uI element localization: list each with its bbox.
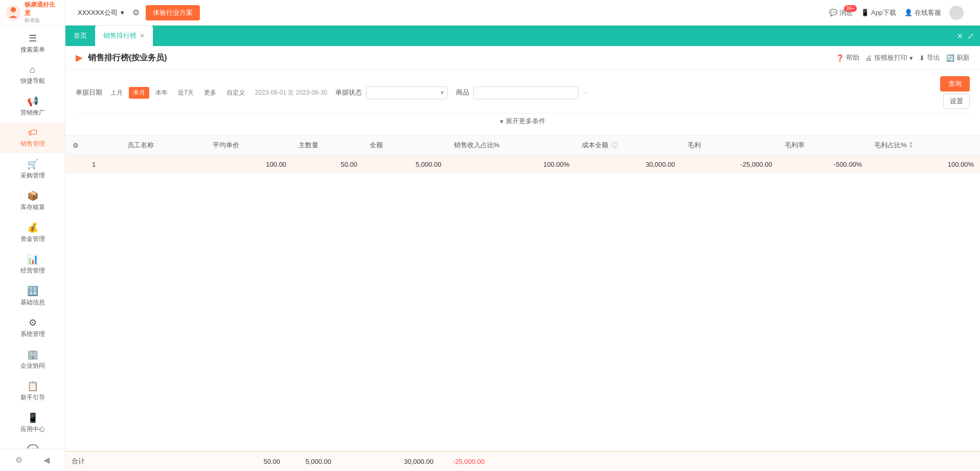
row-amount: 5,000.00 [363, 155, 448, 174]
window-max-icon[interactable]: ⤢ [967, 31, 974, 41]
message-icon: 💬 [829, 9, 837, 16]
sidebar-settings-icon[interactable]: ⚙ [15, 455, 22, 465]
sidebar-item-wechat[interactable]: 💬 企业微信 [0, 439, 65, 448]
sidebar-footer: ⚙ ◀ [0, 448, 65, 471]
col-cost: 成本全额 ⓘ [576, 136, 681, 155]
sidebar-item-quick-nav[interactable]: ⌂ 快捷导航 [0, 59, 65, 91]
goods-input[interactable] [473, 86, 579, 99]
sidebar-label-marketing: 营销推广 [20, 108, 45, 117]
filter-ellipsis: ··· [583, 89, 588, 96]
enterprise-icon: 🏢 [27, 349, 38, 360]
sidebar-label-guide: 新手引导 [20, 393, 45, 402]
status-select-wrapper [366, 86, 448, 99]
sidebar-item-apps[interactable]: 📱 应用中心 [0, 407, 65, 439]
status-select[interactable] [366, 86, 448, 99]
company-settings-icon[interactable]: ⚙ [132, 8, 140, 17]
row-profit-pct: 100.00% [868, 155, 980, 174]
sidebar-item-guide[interactable]: 📋 新手引导 [0, 375, 65, 407]
tab-close-icon[interactable]: ✕ [140, 32, 145, 39]
page-header: ▶ 销售排行榜(按业务员) ❓ 帮助 🖨 按模板打印 ▾ ⬇ 导出 [65, 46, 980, 70]
data-table-section: ⚙ 员工名称 平均单价 主数量 全额 销售收入占比% 成本全额 ⓘ 毛利 毛利率 [65, 136, 980, 451]
svg-point-1 [11, 7, 16, 12]
col-amount: 全额 [363, 136, 448, 155]
date-tab-7days[interactable]: 近7天 [174, 87, 198, 99]
row-employee [121, 155, 207, 174]
sidebar-item-purchase[interactable]: 🛒 采购管理 [0, 153, 65, 185]
sidebar-label-search: 搜索菜单 [20, 46, 45, 54]
wechat-icon: 💬 [27, 444, 38, 448]
window-close-icon[interactable]: ✕ [956, 31, 963, 41]
system-icon: ⚙ [29, 317, 37, 328]
sidebar-item-marketing[interactable]: 📢 营销推广 [0, 91, 65, 122]
refresh-button[interactable]: 🔄 刷新 [946, 53, 970, 62]
app-name: 畅康通好生意 [25, 1, 60, 17]
content-wrapper: ▶ 销售排行榜(按业务员) ❓ 帮助 🖨 按模板打印 ▾ ⬇ 导出 [65, 46, 980, 471]
sidebar-item-basic[interactable]: 🔢 基础信息 [0, 280, 65, 312]
sidebar-item-system[interactable]: ⚙ 系统管理 [0, 312, 65, 344]
filter-settings-button[interactable]: 设置 [943, 94, 970, 109]
sidebar-label-sales: 销售管理 [20, 140, 45, 148]
sidebar-item-sales[interactable]: 🏷 销售管理 [0, 122, 65, 153]
date-tab-this-month[interactable]: 本月 [129, 87, 149, 99]
footer-cost: 30,000.00 [389, 458, 440, 465]
date-filter-label: 单据日期 [76, 88, 102, 97]
company-name: XXXXXX公司 [78, 8, 118, 17]
query-button[interactable]: 查询 [940, 76, 970, 92]
tab-sales-ranking-label: 销售排行榜 [103, 31, 136, 40]
print-button[interactable]: 🖨 按模板打印 ▾ [865, 53, 913, 62]
export-button[interactable]: ⬇ 导出 [919, 53, 940, 62]
date-tab-more[interactable]: 更多 [200, 87, 220, 99]
sidebar-item-inventory[interactable]: 📦 库存核算 [0, 185, 65, 217]
table-header-row: ⚙ 员工名称 平均单价 主数量 全额 销售收入占比% 成本全额 ⓘ 毛利 毛利率 [65, 136, 980, 155]
sidebar-item-operation[interactable]: 📊 经营管理 [0, 249, 65, 280]
col-avg-price: 平均单价 [207, 136, 292, 155]
expand-more-conditions[interactable]: ▾ 展开更多条件 [76, 113, 970, 129]
row-main-qty: 50.00 [292, 155, 363, 174]
footer-amount: 5,000.00 [286, 458, 337, 465]
sidebar-item-search[interactable]: ☰ 搜索菜单 [0, 28, 65, 59]
sidebar-label-finance: 资金管理 [20, 235, 45, 243]
col-sales-pct: 销售收入占比% [448, 136, 576, 155]
sidebar-collapse-icon[interactable]: ◀ [43, 455, 50, 465]
sidebar-label-system: 系统管理 [20, 330, 45, 339]
help-button[interactable]: ❓ 帮助 [836, 53, 859, 62]
col-settings[interactable]: ⚙ [65, 136, 86, 155]
tab-home[interactable]: 首页 [65, 26, 95, 46]
row-profit-rate: -500.00% [779, 155, 869, 174]
tab-sales-ranking[interactable]: 销售排行榜 ✕ [95, 26, 153, 46]
message-button[interactable]: 💬 消息 99+ [829, 8, 853, 17]
online-service-button[interactable]: 👤 在线客服 [904, 8, 941, 17]
page-title: 销售排行榜(按业务员) [88, 53, 167, 63]
table-body: 1 100.00 50.00 5,000.00 100.00% 30,000.0… [65, 155, 980, 174]
user-avatar[interactable] [949, 6, 964, 20]
service-label: 在线客服 [915, 8, 941, 17]
date-tab-custom[interactable]: 自定义 [222, 87, 249, 99]
profit-pct-icon[interactable]: ⁑ [909, 142, 913, 149]
company-dropdown-icon: ▾ [121, 9, 124, 16]
date-tab-last-month[interactable]: 上月 [106, 87, 127, 99]
operation-icon: 📊 [27, 254, 38, 265]
sidebar-item-finance[interactable]: 💰 资金管理 [0, 217, 65, 249]
sidebar-item-enterprise[interactable]: 🏢 企业协同 [0, 344, 65, 375]
app-download-button[interactable]: 📱 App下载 [861, 8, 896, 17]
col-main-qty: 主数量 [292, 136, 363, 155]
goods-filter-label: 商品 [456, 88, 469, 97]
date-tab-this-year[interactable]: 本年 [151, 87, 172, 99]
message-badge: 99+ [844, 5, 857, 12]
home-icon: ⌂ [30, 64, 35, 75]
expand-icon[interactable]: ▶ [76, 52, 83, 63]
row-cost: 30,000.00 [576, 155, 681, 174]
tab-bar: 首页 销售排行榜 ✕ ✕ ⤢ [65, 26, 980, 46]
cost-info-icon[interactable]: ⓘ [611, 142, 618, 149]
marketing-icon: 📢 [27, 96, 38, 107]
sidebar-nav: ☰ 搜索菜单 ⌂ 快捷导航 📢 营销推广 🏷 销售管理 🛒 采购管理 📦 库存核… [0, 26, 65, 448]
row-sales-pct: 100.00% [448, 155, 576, 174]
col-profit-pct: 毛利占比% ⁑ [868, 136, 980, 155]
date-tabs: 上月 本月 本年 近7天 更多 自定义 [106, 87, 249, 99]
company-selector[interactable]: XXXXXX公司 ▾ [74, 6, 128, 19]
sidebar-label-quick-nav: 快捷导航 [20, 77, 45, 85]
footer-total-label: 合计 [72, 457, 245, 466]
trial-button[interactable]: 体验行业方案 [146, 5, 200, 20]
date-range-display: 2023-06-01 至 2023-06-30 [255, 88, 327, 97]
row-avg-price: 100.00 [207, 155, 292, 174]
